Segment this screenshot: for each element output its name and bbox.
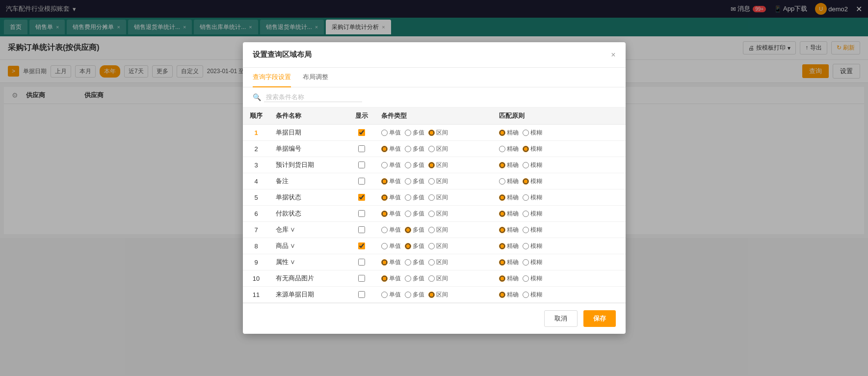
type-option-区间[interactable]: 区间 <box>428 210 448 218</box>
type-option-单值[interactable]: 单值 <box>381 145 401 153</box>
table-row: 5单据状态单值多值区间精确模糊 <box>243 189 626 206</box>
row-match-cell: 精确模糊 <box>493 222 626 238</box>
match-option-精确[interactable]: 精确 <box>499 129 519 137</box>
modal-close-btn[interactable]: × <box>611 51 615 59</box>
match-option-模糊[interactable]: 模糊 <box>523 193 542 202</box>
match-option-模糊[interactable]: 模糊 <box>523 226 542 234</box>
row-condition-name: 付款状态 <box>270 206 348 222</box>
display-checkbox[interactable] <box>358 178 365 185</box>
match-option-精确[interactable]: 精确 <box>499 177 519 186</box>
type-option-多值[interactable]: 多值 <box>405 129 424 137</box>
match-option-模糊[interactable]: 模糊 <box>523 129 542 137</box>
table-row: 8商品 ∨单值多值区间精确模糊 <box>243 238 626 239</box>
th-order: 顺序 <box>243 107 270 125</box>
row-type-cell: 单值多值区间 <box>375 206 493 222</box>
row-display-cell <box>348 222 375 238</box>
match-option-精确[interactable]: 精确 <box>499 226 519 234</box>
type-option-区间[interactable]: 区间 <box>428 161 448 169</box>
search-input[interactable] <box>264 92 362 102</box>
row-match-cell: 精确模糊 <box>493 141 626 157</box>
table-row: 6付款状态单值多值区间精确模糊 <box>243 206 626 222</box>
tab-layout-adjust[interactable]: 布局调整 <box>303 68 328 87</box>
th-type: 条件类型 <box>375 107 493 125</box>
table-row: 3预计到货日期单值多值区间精确模糊 <box>243 157 626 173</box>
match-option-模糊[interactable]: 模糊 <box>523 161 542 169</box>
match-option-精确[interactable]: 精确 <box>499 210 519 218</box>
display-checkbox[interactable] <box>358 194 365 201</box>
type-option-单值[interactable]: 单值 <box>381 161 401 169</box>
row-order: 2 <box>243 141 270 157</box>
display-checkbox[interactable] <box>358 210 365 217</box>
display-checkbox[interactable] <box>358 161 365 168</box>
display-checkbox[interactable] <box>358 145 365 152</box>
row-condition-name: 备注 <box>270 173 348 189</box>
settings-modal: 设置查询区域布局 × 查询字段设置 布局调整 🔍 顺序 条件名称 显示 条件类型 <box>243 42 626 238</box>
type-option-多值[interactable]: 多值 <box>405 161 424 169</box>
row-match-cell: 精确模糊 <box>493 125 626 141</box>
row-display-cell <box>348 206 375 222</box>
row-order: 3 <box>243 157 270 173</box>
row-condition-name: 单据状态 <box>270 189 348 206</box>
row-type-cell: 单值多值区间 <box>375 222 493 238</box>
type-option-多值[interactable]: 多值 <box>405 226 424 234</box>
row-type-cell: 单值多值区间 <box>375 125 493 141</box>
row-match-cell: 精确模糊 <box>493 189 626 206</box>
modal-header: 设置查询区域布局 × <box>243 42 626 68</box>
match-option-精确[interactable]: 精确 <box>499 145 519 153</box>
row-display-cell <box>348 125 375 141</box>
display-checkbox[interactable] <box>358 226 365 233</box>
row-type-cell: 单值多值区间 <box>375 173 493 189</box>
row-display-cell <box>348 238 375 239</box>
row-type-cell: 单值多值区间 <box>375 189 493 206</box>
conditions-table: 顺序 条件名称 显示 条件类型 匹配原则 1单据日期单值多值区间精确模糊2单据编… <box>243 107 626 238</box>
row-display-cell <box>348 141 375 157</box>
modal-tabs: 查询字段设置 布局调整 <box>243 68 626 87</box>
type-option-区间[interactable]: 区间 <box>428 177 448 186</box>
row-condition-name: 单据日期 <box>270 125 348 141</box>
th-name: 条件名称 <box>270 107 348 125</box>
row-type-cell: 单值多值区间 <box>375 238 493 239</box>
type-option-多值[interactable]: 多值 <box>405 210 424 218</box>
row-condition-name: 单据编号 <box>270 141 348 157</box>
th-display: 显示 <box>348 107 375 125</box>
row-order: 4 <box>243 173 270 189</box>
type-option-多值[interactable]: 多值 <box>405 177 424 186</box>
row-type-cell: 单值多值区间 <box>375 141 493 157</box>
type-option-区间[interactable]: 区间 <box>428 129 448 137</box>
match-option-精确[interactable]: 精确 <box>499 161 519 169</box>
type-option-区间[interactable]: 区间 <box>428 145 448 153</box>
row-order: 7 <box>243 222 270 238</box>
match-option-精确[interactable]: 精确 <box>499 193 519 202</box>
match-option-模糊[interactable]: 模糊 <box>523 177 542 186</box>
tab-query-fields[interactable]: 查询字段设置 <box>253 68 291 87</box>
type-option-区间[interactable]: 区间 <box>428 226 448 234</box>
row-display-cell <box>348 173 375 189</box>
row-condition-name: 商品 ∨ <box>270 238 348 239</box>
row-match-cell: 精确模糊 <box>493 206 626 222</box>
type-option-多值[interactable]: 多值 <box>405 145 424 153</box>
modal-table-wrap: 顺序 条件名称 显示 条件类型 匹配原则 1单据日期单值多值区间精确模糊2单据编… <box>243 107 626 238</box>
row-order: 1 <box>243 125 270 141</box>
modal-overlay[interactable]: 设置查询区域布局 × 查询字段设置 布局调整 🔍 顺序 条件名称 显示 条件类型 <box>0 0 868 238</box>
search-icon: 🔍 <box>253 93 261 101</box>
type-option-区间[interactable]: 区间 <box>428 193 448 202</box>
table-row: 1单据日期单值多值区间精确模糊 <box>243 125 626 141</box>
display-checkbox[interactable] <box>358 129 365 136</box>
type-option-单值[interactable]: 单值 <box>381 193 401 202</box>
th-match: 匹配原则 <box>493 107 626 125</box>
type-option-单值[interactable]: 单值 <box>381 129 401 137</box>
match-option-模糊[interactable]: 模糊 <box>523 145 542 153</box>
row-order: 6 <box>243 206 270 222</box>
type-option-多值[interactable]: 多值 <box>405 193 424 202</box>
row-condition-name: 预计到货日期 <box>270 157 348 173</box>
modal-search-bar: 🔍 <box>243 87 626 107</box>
type-option-单值[interactable]: 单值 <box>381 226 401 234</box>
row-match-cell: 精确模糊 <box>493 173 626 189</box>
type-option-单值[interactable]: 单值 <box>381 177 401 186</box>
table-row: 7仓库 ∨单值多值区间精确模糊 <box>243 222 626 238</box>
row-display-cell <box>348 189 375 206</box>
row-order: 8 <box>243 238 270 239</box>
match-option-模糊[interactable]: 模糊 <box>523 210 542 218</box>
type-option-单值[interactable]: 单值 <box>381 210 401 218</box>
table-row: 2单据编号单值多值区间精确模糊 <box>243 141 626 157</box>
